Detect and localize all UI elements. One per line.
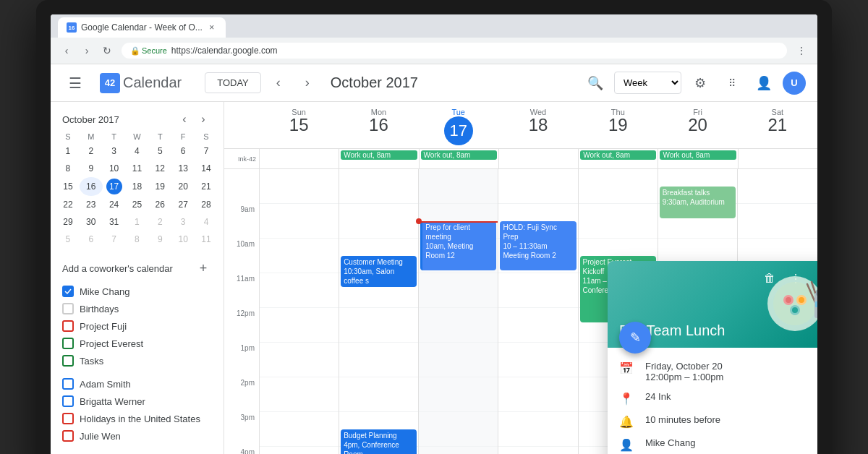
mini-cal-day[interactable]: 2	[148, 213, 171, 231]
more-options-button[interactable]: ⋮	[793, 42, 810, 59]
mini-cal-day[interactable]: 1	[56, 142, 80, 160]
search-button[interactable]: 🔍	[582, 70, 608, 96]
mini-cal-day[interactable]: 24	[103, 196, 126, 213]
prev-week-button[interactable]: ‹	[267, 72, 290, 95]
allday-cell-mon[interactable]: Work out, 8am	[339, 149, 418, 168]
mini-cal-prev[interactable]: ‹	[176, 111, 193, 128]
mini-cal-day[interactable]: 31	[103, 213, 126, 231]
mini-cal-day[interactable]: 22	[56, 196, 80, 213]
allday-event[interactable]: Work out, 8am	[580, 150, 656, 160]
mini-cal-day[interactable]: 30	[80, 213, 103, 231]
event-budget-planning[interactable]: Budget Planning 4pm, Conference Room	[341, 429, 417, 454]
mini-cal-day[interactable]: 10	[171, 231, 195, 248]
mini-cal-day[interactable]: 8	[56, 160, 80, 177]
allday-event[interactable]: Work out, 8am	[341, 150, 417, 160]
mini-cal-day[interactable]: 8	[126, 231, 149, 248]
mini-cal-day[interactable]: 6	[171, 142, 195, 160]
calendar-item-holidays[interactable]: Holidays in the United States	[56, 410, 218, 427]
mini-cal-day[interactable]: 26	[148, 196, 171, 213]
address-bar[interactable]: 🔒 Secure https://calendar.google.com	[122, 43, 787, 59]
next-week-button[interactable]: ›	[296, 72, 319, 95]
calendar-checkbox-fuji[interactable]	[62, 320, 74, 332]
event-customer-meeting[interactable]: Customer Meeting 10:30am, Salon coffee s	[341, 256, 417, 287]
settings-button[interactable]: ⚙	[687, 70, 713, 96]
calendar-checkbox-mike[interactable]	[62, 286, 74, 297]
calendar-item-julie[interactable]: Julie Wen	[56, 427, 218, 445]
today-button[interactable]: TODAY	[205, 72, 261, 93]
edit-fab-button[interactable]: ✎	[619, 322, 651, 354]
mini-cal-day[interactable]: 5	[148, 142, 171, 160]
mini-cal-day[interactable]: 28	[195, 196, 218, 213]
calendar-item-mike[interactable]: Mike Chang	[56, 283, 218, 300]
calendar-checkbox-brigatta[interactable]	[62, 395, 74, 407]
event-prep-meeting[interactable]: Prep for client meeting 10am, Meeting Ro…	[420, 221, 496, 270]
mini-cal-day[interactable]: 18	[126, 177, 149, 196]
add-coworker-button[interactable]: +	[195, 260, 212, 277]
calendar-item-adam[interactable]: Adam Smith	[56, 375, 218, 393]
mini-cal-day[interactable]: 11	[195, 231, 218, 248]
forward-button[interactable]: ›	[78, 42, 95, 59]
calendar-checkbox-birthdays[interactable]	[62, 303, 74, 314]
app-header: ☰ 42 Calendar TODAY ‹ › October 2017 🔍 W…	[51, 64, 817, 102]
account-button[interactable]: 👤	[751, 70, 777, 96]
calendar-item-brigatta[interactable]: Brigatta Werner	[56, 393, 218, 410]
back-button[interactable]: ‹	[58, 42, 75, 59]
mini-cal-day[interactable]: 1	[126, 213, 149, 231]
calendar-item-everest[interactable]: Project Everest	[56, 335, 218, 352]
mini-cal-day[interactable]: 16	[80, 177, 103, 196]
svg-point-6	[786, 297, 791, 303]
allday-cell-fri[interactable]: Work out, 8am	[658, 149, 737, 168]
mini-cal-day[interactable]: 10	[103, 160, 126, 177]
mini-cal-day[interactable]: 12	[148, 160, 171, 177]
mini-cal-day[interactable]: 29	[56, 213, 80, 231]
mini-cal-day[interactable]: 4	[195, 213, 218, 231]
mini-cal-day[interactable]: 9	[148, 231, 171, 248]
calendar-checkbox-tasks[interactable]	[62, 355, 74, 367]
mini-cal-today[interactable]: 17	[103, 177, 126, 196]
calendar-checkbox-everest[interactable]	[62, 338, 74, 349]
mini-cal-day[interactable]: 19	[148, 177, 171, 196]
calendar-item-tasks[interactable]: Tasks	[56, 352, 218, 369]
mini-cal-day[interactable]: 20	[171, 177, 195, 196]
mini-cal-day[interactable]: 25	[126, 196, 149, 213]
mini-cal-day[interactable]: 6	[80, 231, 103, 248]
day-col-tue: Prep for client meeting 10am, Meeting Ro…	[419, 169, 498, 454]
mini-cal-day[interactable]: 13	[171, 160, 195, 177]
allday-cell-tue[interactable]: Work out, 8am	[419, 149, 498, 168]
apps-button[interactable]: ⠿	[719, 70, 745, 96]
mini-cal-day[interactable]: 9	[80, 160, 103, 177]
mini-cal-day[interactable]: 11	[126, 160, 149, 177]
svg-rect-13	[815, 301, 817, 307]
calendar-item-fuji[interactable]: Project Fuji	[56, 317, 218, 335]
calendar-checkbox-julie[interactable]	[62, 430, 74, 442]
allday-cell-thu[interactable]: Work out, 8am	[578, 149, 658, 168]
day-num: 16	[339, 116, 418, 134]
mini-cal-day[interactable]: 4	[126, 142, 149, 160]
mini-cal-day[interactable]: 3	[103, 142, 126, 160]
calendar-checkbox-adam[interactable]	[62, 378, 74, 390]
reload-button[interactable]: ↻	[98, 42, 116, 59]
calendar-checkbox-holidays[interactable]	[62, 413, 74, 424]
mini-cal-day[interactable]: 5	[56, 231, 80, 248]
mini-cal-day[interactable]: 7	[195, 142, 218, 160]
mini-cal-day[interactable]: 3	[171, 213, 195, 231]
tab-close-button[interactable]: ×	[207, 22, 217, 33]
mini-cal-day[interactable]: 7	[103, 231, 126, 248]
add-coworker[interactable]: Add a coworker's calendar +	[56, 254, 218, 283]
browser-tab[interactable]: 16 Google Calendar - Week of O... ×	[58, 17, 226, 38]
mini-cal-day[interactable]: 27	[171, 196, 195, 213]
calendar-item-birthdays[interactable]: Birthdays	[56, 300, 218, 317]
menu-button[interactable]: ☰	[62, 70, 88, 96]
allday-event[interactable]: Work out, 8am	[660, 150, 736, 160]
avatar[interactable]: U	[783, 72, 806, 95]
event-breakfast-talks[interactable]: Breakfast talks 9:30am, Auditorium	[660, 187, 736, 218]
allday-event[interactable]: Work out, 8am	[421, 150, 497, 160]
mini-cal-day[interactable]: 23	[80, 196, 103, 213]
mini-cal-day[interactable]: 14	[195, 160, 218, 177]
event-fuji-sync[interactable]: HOLD: Fuji Sync Prep 10 – 11:30am Meetin…	[500, 221, 576, 270]
mini-cal-day[interactable]: 15	[56, 177, 80, 196]
mini-cal-day[interactable]: 21	[195, 177, 218, 196]
mini-cal-next[interactable]: ›	[195, 111, 212, 128]
view-selector[interactable]: Week Day Month Schedule	[614, 72, 681, 94]
mini-cal-day[interactable]: 2	[80, 142, 103, 160]
